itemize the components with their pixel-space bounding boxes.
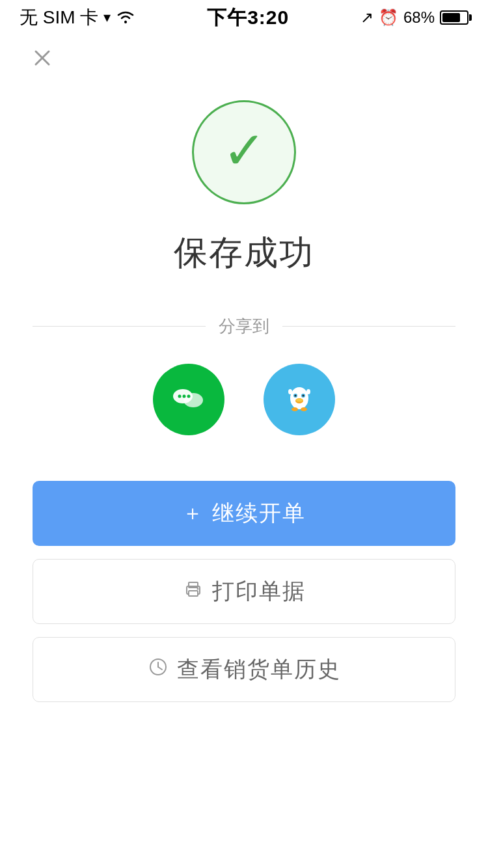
status-right: ↗ ⏰ 68% (360, 8, 468, 27)
share-divider: 分享到 (33, 315, 455, 338)
clock-svg (147, 656, 169, 678)
share-qq-button[interactable] (264, 364, 335, 435)
svg-rect-21 (189, 591, 198, 596)
history-label: 查看销货单历史 (177, 655, 341, 685)
svg-point-7 (187, 395, 191, 398)
svg-point-16 (306, 389, 310, 394)
wifi-signal-icon (116, 10, 135, 25)
status-bar: 无 SIM 卡 ▾ 下午3:20 ↗ ⏰ 68% (0, 0, 488, 29)
close-button[interactable] (26, 42, 59, 74)
share-icons-row (153, 364, 335, 435)
svg-point-18 (301, 407, 307, 411)
location-icon: ↗ (360, 8, 373, 27)
print-icon (182, 578, 204, 605)
battery-icon (440, 10, 468, 25)
wifi-icon: ▾ (103, 9, 111, 26)
svg-point-12 (303, 395, 305, 397)
svg-point-17 (291, 407, 298, 411)
main-content: ✓ 保存成功 分享到 (0, 74, 488, 868)
share-wechat-button[interactable] (153, 364, 224, 435)
svg-point-14 (296, 399, 303, 402)
print-button[interactable]: 打印单据 (33, 559, 455, 624)
history-icon (147, 656, 169, 683)
svg-point-11 (295, 395, 297, 397)
divider-line-left (33, 326, 206, 327)
svg-line-25 (158, 667, 162, 670)
continue-order-button[interactable]: ＋ 继续开单 (33, 481, 455, 546)
svg-point-4 (183, 393, 203, 407)
share-label: 分享到 (219, 315, 269, 338)
wechat-icon (169, 379, 209, 420)
no-sim-text: 无 SIM 卡 (20, 5, 98, 30)
svg-point-22 (197, 588, 199, 590)
printer-svg (182, 578, 204, 600)
close-icon (31, 46, 54, 70)
checkmark-icon: ✓ (223, 125, 266, 177)
continue-order-label: 继续开单 (212, 498, 306, 528)
svg-point-5 (178, 395, 182, 398)
divider-line-right (282, 326, 455, 327)
success-circle: ✓ (192, 100, 296, 204)
alarm-icon: ⏰ (379, 8, 398, 27)
plus-icon: ＋ (182, 499, 204, 528)
svg-point-15 (288, 389, 292, 394)
status-time: 下午3:20 (207, 5, 289, 31)
svg-point-0 (124, 21, 127, 23)
status-left: 无 SIM 卡 ▾ (20, 5, 135, 30)
print-label: 打印单据 (212, 576, 306, 606)
qq-icon (280, 380, 319, 419)
action-buttons: ＋ 继续开单 打印单据 查看销货单历史 (33, 481, 455, 702)
svg-point-6 (183, 395, 186, 398)
battery-percent: 68% (403, 8, 435, 27)
history-button[interactable]: 查看销货单历史 (33, 637, 455, 702)
success-title: 保存成功 (174, 230, 314, 276)
